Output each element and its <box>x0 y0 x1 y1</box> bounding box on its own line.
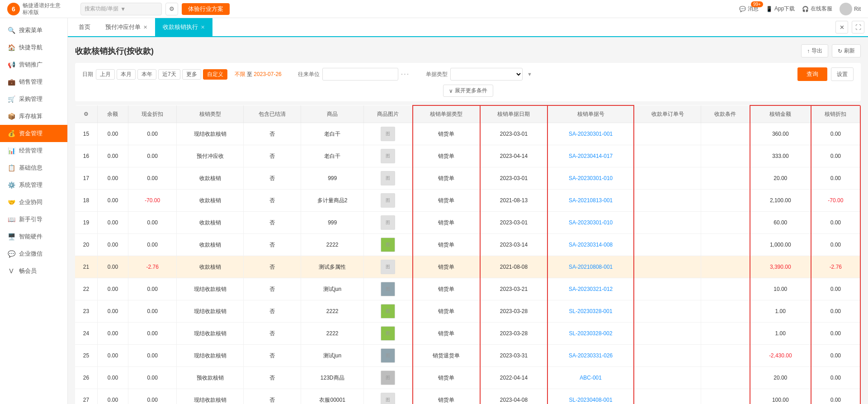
sidebar-item-member[interactable]: V 畅会员 <box>0 262 67 280</box>
sidebar-label-basic: 基础信息 <box>19 164 42 172</box>
sidebar-item-navigation[interactable]: 🏠 快捷导航 <box>0 39 67 56</box>
filter-bar: 日期 上月 本月 本年 近7天 更多 自定义 不限 至 2023-07-26 <box>75 63 861 101</box>
td-voucher-no[interactable]: SA-20210808-001 <box>547 256 634 278</box>
td-voucher-date: 2021-08-08 <box>480 256 547 278</box>
tab-home[interactable]: 首页 <box>71 18 98 37</box>
tab-prepay-close[interactable]: ✕ <box>143 24 147 30</box>
td-voucher-no[interactable]: ABC-001 <box>547 367 634 389</box>
voucher-type-select[interactable] <box>450 68 523 81</box>
tab-prepay[interactable]: 预付冲应付单 ✕ <box>98 18 155 37</box>
online-service-button[interactable]: 🎧 在线客服 <box>802 5 832 13</box>
td-voucher-no[interactable]: SL-20230328-001 <box>547 300 634 323</box>
sidebar-item-marketing[interactable]: 📢 营销推广 <box>0 56 67 73</box>
search-box[interactable]: 搜索功能/单据 ▼ <box>80 3 162 15</box>
export-button[interactable]: ↑ 导出 <box>801 44 828 57</box>
top-bar: 6 畅捷通谱好生意 标准版 搜索功能/单据 ▼ ⚙ 体验行业方案 💬 消息 99… <box>0 0 868 18</box>
voucher-link[interactable]: SA-20230301-001 <box>569 131 613 137</box>
voucher-link[interactable]: SL-20230328-002 <box>569 330 613 337</box>
th-gear[interactable]: ⚙ <box>75 105 97 123</box>
voucher-link[interactable]: SA-20230301-010 <box>569 175 613 181</box>
td-voucher-no[interactable]: SA-20230301-010 <box>547 212 634 234</box>
td-writeoff-amount: 10.00 <box>750 278 811 300</box>
date-btn-more[interactable]: 更多 <box>182 69 201 80</box>
refresh-button[interactable]: ↻ 刷新 <box>832 44 861 57</box>
maximize-window-btn[interactable]: ⛶ <box>852 21 864 33</box>
date-btn-custom[interactable]: 自定义 <box>203 69 227 80</box>
message-button[interactable]: 💬 消息 99+ <box>739 5 759 13</box>
th-writeoff-amount: 核销金额 <box>750 105 811 123</box>
goods-image: 图 <box>381 171 395 185</box>
sidebar-item-collab[interactable]: 🤝 企业协同 <box>0 194 67 211</box>
sidebar-item-sales[interactable]: 💼 销售管理 <box>0 73 67 90</box>
table-row: 21 0.00 -2.76 收款核销 否 测试多属性 图 销货单 2021-08… <box>75 256 860 278</box>
user-menu[interactable]: Rit <box>840 3 861 15</box>
expand-filter-button[interactable]: ∨ 展开更多条件 <box>443 85 493 97</box>
tab-bar: 首页 预付冲应付单 ✕ 收款核销执行 ✕ ✕ ⛶ <box>68 18 868 37</box>
voucher-link[interactable]: SL-20230328-001 <box>569 308 613 314</box>
partner-dots-btn[interactable]: ··· <box>401 70 410 78</box>
td-writeoff-amount: 100.00 <box>750 389 811 404</box>
sidebar-item-purchase[interactable]: 🛒 采购管理 <box>0 90 67 108</box>
voucher-link[interactable]: SA-20230331-026 <box>569 352 613 359</box>
td-voucher-no[interactable]: SA-20230301-010 <box>547 167 634 190</box>
sidebar-item-inventory[interactable]: 📦 库存核算 <box>0 108 67 125</box>
settings-button[interactable]: 设置 <box>831 67 854 81</box>
td-receipt-order <box>634 367 701 389</box>
sidebar-item-search[interactable]: 🔍 搜索菜单 <box>0 22 67 39</box>
sidebar-item-operation[interactable]: 📊 经营管理 <box>0 142 67 159</box>
date-btn-this-year[interactable]: 本年 <box>137 69 156 80</box>
voucher-link[interactable]: SA-20230314-008 <box>569 242 613 248</box>
sidebar-label-hardware: 智能硬件 <box>19 233 42 241</box>
td-voucher-no[interactable]: SL-20230408-001 <box>547 389 634 404</box>
partner-input[interactable] <box>322 68 398 81</box>
td-voucher-no[interactable]: SA-20230321-012 <box>547 278 634 300</box>
sidebar-item-wechat[interactable]: 💬 企业微信 <box>0 245 67 262</box>
td-voucher-type: 销货单 <box>413 389 480 404</box>
query-button[interactable]: 查询 <box>797 67 827 81</box>
sidebar-label-search: 搜索菜单 <box>19 26 42 34</box>
td-goods-img: 图 <box>363 212 412 234</box>
sidebar-item-system[interactable]: ⚙️ 系统管理 <box>0 176 67 194</box>
th-goods-img: 商品图片 <box>363 105 412 123</box>
sidebar-label-inventory: 库存核算 <box>19 112 42 120</box>
voucher-link[interactable]: SA-20230321-012 <box>569 286 613 292</box>
td-voucher-no[interactable]: SL-20230328-002 <box>547 323 634 345</box>
tab-writeoff[interactable]: 收款核销执行 ✕ <box>155 18 212 37</box>
voucher-link[interactable]: SL-20230408-001 <box>569 397 613 403</box>
voucher-link[interactable]: SA-20210813-001 <box>569 197 613 204</box>
td-voucher-no[interactable]: SA-20210813-001 <box>547 190 634 212</box>
voucher-link[interactable]: SA-20210808-001 <box>569 264 613 270</box>
sidebar-label-collab: 企业协同 <box>19 198 42 206</box>
td-included-settled: 否 <box>243 190 301 212</box>
table-container: ⚙ 余额 现金折扣 核销类型 包含已结清 商品 商品图片 核销单据类型 核销单据… <box>75 105 861 404</box>
voucher-link[interactable]: ABC-001 <box>580 375 602 381</box>
sidebar-item-hardware[interactable]: 🖥️ 智能硬件 <box>0 228 67 245</box>
td-writeoff-type: 收款核销 <box>177 234 243 256</box>
td-included-settled: 否 <box>243 323 301 345</box>
td-voucher-no[interactable]: SA-20230414-017 <box>547 145 634 167</box>
sidebar-item-basic[interactable]: 📋 基础信息 <box>0 159 67 176</box>
td-voucher-no[interactable]: SA-20230314-008 <box>547 234 634 256</box>
td-receipt-cond <box>701 256 750 278</box>
hardware-icon: 🖥️ <box>7 233 15 241</box>
td-writeoff-discount: 0.00 <box>811 367 860 389</box>
td-writeoff-type: 预付冲应收 <box>177 145 243 167</box>
date-btn-last-month[interactable]: 上月 <box>96 69 115 80</box>
goods-image: 图 <box>381 371 395 385</box>
date-btn-7days[interactable]: 近7天 <box>158 69 180 80</box>
td-included-settled: 否 <box>243 212 301 234</box>
app-download-button[interactable]: 📱 App下载 <box>766 5 795 13</box>
td-voucher-type: 销货单 <box>413 300 480 323</box>
voucher-link[interactable]: SA-20230301-010 <box>569 219 613 226</box>
close-window-btn[interactable]: ✕ <box>835 21 848 33</box>
td-voucher-no[interactable]: SA-20230301-001 <box>547 123 634 145</box>
td-voucher-date: 2023-03-28 <box>480 300 547 323</box>
td-voucher-no[interactable]: SA-20230331-026 <box>547 345 634 367</box>
industry-button[interactable]: 体验行业方案 <box>182 3 230 15</box>
sidebar-item-finance[interactable]: 💰 资金管理 <box>0 125 67 142</box>
date-btn-this-month[interactable]: 本月 <box>117 69 136 80</box>
voucher-link[interactable]: SA-20230414-017 <box>569 153 613 159</box>
tab-writeoff-close[interactable]: ✕ <box>201 24 205 30</box>
sidebar-item-guide[interactable]: 📖 新手引导 <box>0 211 67 228</box>
gear-button[interactable]: ⚙ <box>165 3 178 15</box>
